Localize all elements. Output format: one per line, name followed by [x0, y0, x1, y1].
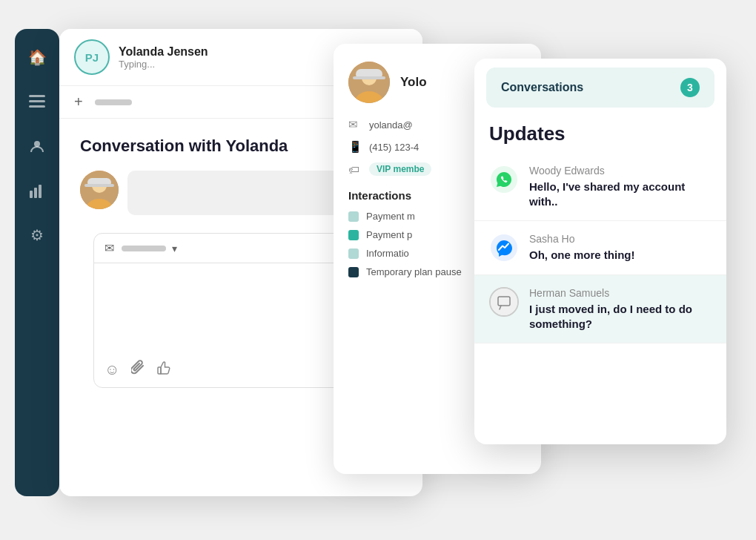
interaction-dot: [348, 211, 359, 222]
update-content-herman: Herman Samuels I just moved in, do I nee…: [529, 287, 712, 331]
interaction-label: Temporary plan pause: [366, 266, 462, 277]
update-item-herman[interactable]: Herman Samuels I just moved in, do I nee…: [474, 275, 726, 343]
messenger-icon: [489, 233, 519, 263]
conversations-count: 3: [680, 78, 700, 97]
svg-rect-5: [34, 188, 37, 198]
user-avatar: [80, 171, 119, 209]
sidebar-item-messages[interactable]: [24, 88, 50, 115]
update-item-sasha[interactable]: Sasha Ho Oh, one more thing!: [474, 221, 726, 275]
update-name: Herman Samuels: [529, 287, 712, 299]
update-name: Sasha Ho: [529, 233, 635, 245]
svg-rect-6: [39, 185, 42, 198]
emoji-button[interactable]: ☺: [105, 361, 119, 378]
interaction-label: Payment p: [366, 229, 412, 240]
sidebar-item-contacts[interactable]: [24, 133, 50, 159]
interaction-dot: [348, 267, 359, 277]
like-button[interactable]: [156, 360, 173, 380]
avatar: PJ: [74, 39, 110, 75]
svg-point-3: [34, 141, 40, 147]
sidebar-item-home[interactable]: 🏠: [24, 44, 50, 70]
chat-icon: [489, 287, 519, 317]
update-message: Hello, I've shared my account with..: [529, 180, 712, 208]
contact-display-name: Yolo: [400, 75, 427, 90]
email-icon: ✉: [348, 118, 362, 131]
vip-badge: VIP membe: [369, 162, 431, 176]
update-content-sasha: Sasha Ho Oh, one more thing!: [529, 233, 635, 263]
conversations-tab[interactable]: Conversations 3: [486, 68, 714, 108]
update-message: I just moved in, do I need to do somethi…: [529, 302, 712, 331]
update-message: Oh, one more thing!: [529, 248, 635, 263]
interaction-label: Informatio: [366, 248, 409, 259]
updates-title: Updates: [474, 108, 726, 153]
contact-avatar: [348, 62, 390, 103]
tab-pill: [95, 99, 132, 105]
svg-rect-11: [84, 184, 114, 187]
sidebar-item-settings[interactable]: ⚙: [24, 222, 50, 248]
phone-icon: 📱: [348, 140, 362, 154]
svg-rect-17: [353, 76, 385, 79]
new-tab-button[interactable]: +: [74, 93, 83, 111]
tag-icon: 🏷: [348, 163, 362, 176]
dropdown-arrow[interactable]: ▾: [172, 243, 177, 254]
svg-point-20: [491, 289, 517, 315]
interaction-label: Payment m: [366, 211, 415, 222]
svg-rect-0: [29, 95, 45, 97]
update-content-woody: Woody Edwards Hello, I've shared my acco…: [529, 165, 712, 208]
contact-email: yolanda@: [369, 119, 413, 131]
attach-button[interactable]: [131, 360, 145, 380]
contact-phone: (415) 123-4: [369, 142, 419, 153]
svg-rect-1: [29, 100, 45, 102]
conversations-label: Conversations: [501, 81, 583, 94]
updates-panel: Conversations 3 Updates Woody Edwards He…: [474, 59, 726, 444]
interaction-dot: [348, 248, 359, 259]
sidebar-item-analytics[interactable]: [24, 177, 50, 204]
whatsapp-icon: [489, 165, 519, 194]
interaction-dot: [348, 230, 359, 240]
channel-select[interactable]: [122, 246, 166, 251]
sidebar: 🏠 ⚙: [15, 29, 59, 496]
email-icon: ✉: [105, 241, 114, 255]
svg-rect-4: [30, 191, 33, 198]
svg-rect-12: [158, 367, 161, 374]
svg-rect-2: [29, 105, 45, 108]
update-item-woody[interactable]: Woody Edwards Hello, I've shared my acco…: [474, 153, 726, 221]
update-name: Woody Edwards: [529, 165, 712, 177]
